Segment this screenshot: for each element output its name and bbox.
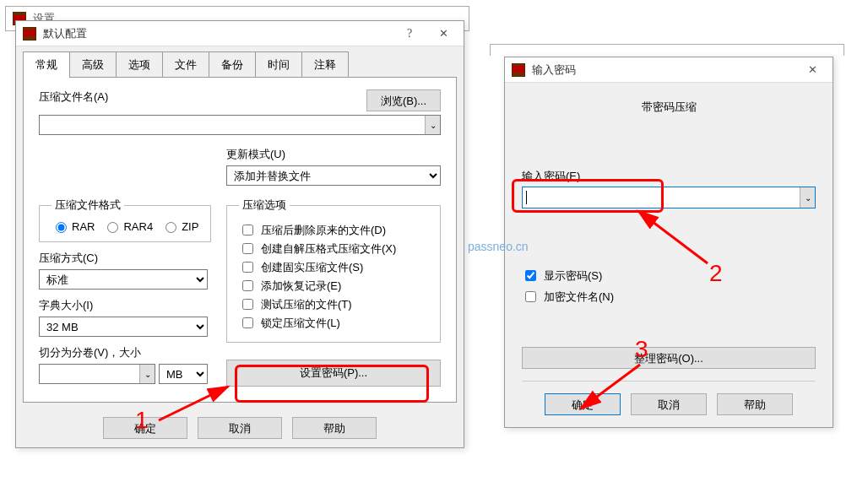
format-rar4-radio[interactable]: RAR4: [103, 219, 153, 233]
tab-content-general: 压缩文件名(A) 浏览(B)... ⌄ 更新模式(U) 添加并替换文件 压缩文件…: [23, 77, 457, 403]
divider: [522, 381, 816, 382]
tab-backup[interactable]: 备份: [209, 51, 256, 78]
close-icon[interactable]: ✕: [426, 22, 460, 46]
help-button[interactable]: 帮助: [292, 417, 377, 439]
format-zip-radio[interactable]: ZIP: [161, 219, 198, 233]
dialog-footer: 确定 取消 帮助: [16, 410, 464, 447]
split-volume-input[interactable]: [39, 364, 155, 384]
dialog-title: 输入密码: [532, 62, 795, 78]
ok-button[interactable]: 确定: [103, 417, 187, 439]
close-icon[interactable]: ✕: [795, 58, 829, 82]
show-password-checkbox[interactable]: 显示密码(S): [522, 268, 816, 284]
left-column: 压缩文件格式 RAR RAR4 ZIP 压缩方式(C) 标准 字典大小(I): [39, 198, 208, 387]
archive-format-legend: 压缩文件格式: [52, 198, 124, 213]
enter-password-label: 输入密码(E): [522, 169, 816, 184]
tab-options[interactable]: 选项: [116, 51, 163, 78]
set-password-button[interactable]: 设置密码(P)...: [226, 360, 441, 387]
encrypt-filenames-checkbox[interactable]: 加密文件名(N): [522, 289, 816, 305]
option-recovery-checkbox[interactable]: 添加恢复记录(E): [239, 278, 428, 294]
password-input[interactable]: ⌄: [522, 187, 816, 208]
compression-options-group: 压缩选项 压缩后删除原来的文件(D) 创建自解压格式压缩文件(X) 创建固实压缩…: [226, 198, 441, 343]
compression-options-legend: 压缩选项: [239, 198, 290, 213]
winrar-icon: [23, 27, 36, 41]
tab-general[interactable]: 常规: [23, 51, 70, 78]
enter-password-dialog: 输入密码 ✕ 带密码压缩 输入密码(E) ⌄ 显示密码(S) 加密文件名(N) …: [504, 57, 833, 428]
ok-button[interactable]: 确定: [545, 393, 621, 415]
browse-button[interactable]: 浏览(B)...: [366, 89, 441, 111]
archive-name-input[interactable]: [39, 115, 441, 135]
split-volume-label: 切分为分卷(V)，大小: [39, 345, 208, 360]
compression-method-label: 压缩方式(C): [39, 251, 208, 266]
background-window-strip: [490, 44, 844, 56]
right-column: 压缩选项 压缩后删除原来的文件(D) 创建自解压格式压缩文件(X) 创建固实压缩…: [226, 198, 441, 387]
archive-name-label: 压缩文件名(A): [39, 89, 366, 105]
archive-format-group: 压缩文件格式 RAR RAR4 ZIP: [39, 198, 211, 242]
password-dropdown-icon[interactable]: ⌄: [800, 187, 815, 208]
dialog-title: 默认配置: [43, 26, 393, 41]
help-button[interactable]: 帮助: [717, 393, 793, 415]
update-mode-label: 更新模式(U): [226, 147, 441, 162]
update-mode-select[interactable]: 添加并替换文件: [226, 165, 441, 186]
option-sfx-checkbox[interactable]: 创建自解压格式压缩文件(X): [239, 241, 428, 257]
winrar-icon: [512, 63, 525, 77]
tab-time[interactable]: 时间: [255, 51, 302, 78]
option-test-checkbox[interactable]: 测试压缩的文件(T): [239, 296, 428, 312]
enter-password-titlebar: 输入密码 ✕: [505, 57, 833, 83]
help-button-titlebar[interactable]: ?: [393, 22, 426, 46]
password-dialog-header: 带密码压缩: [522, 100, 816, 115]
split-volume-unit-select[interactable]: MB: [159, 364, 208, 384]
cancel-button[interactable]: 取消: [631, 393, 707, 415]
default-profile-dialog: 默认配置 ? ✕ 常规 高级 选项 文件 备份 时间 注释 压缩文件名(A) 浏…: [15, 20, 464, 448]
default-profile-titlebar: 默认配置 ? ✕: [16, 21, 464, 46]
tab-bar: 常规 高级 选项 文件 备份 时间 注释: [16, 46, 464, 78]
split-volume-dropdown-icon[interactable]: ⌄: [139, 365, 155, 383]
format-rar-radio[interactable]: RAR: [52, 219, 95, 233]
dictionary-size-select[interactable]: 32 MB: [39, 317, 208, 337]
option-lock-checkbox[interactable]: 锁定压缩文件(L): [239, 315, 428, 331]
tab-files[interactable]: 文件: [162, 51, 209, 78]
dictionary-size-label: 字典大小(I): [39, 298, 208, 313]
option-solid-checkbox[interactable]: 创建固实压缩文件(S): [239, 259, 428, 275]
cancel-button[interactable]: 取消: [198, 417, 282, 439]
caret: [526, 191, 527, 204]
organize-passwords-button[interactable]: 整理密码(O)...: [522, 347, 816, 369]
tab-comment[interactable]: 注释: [301, 51, 349, 78]
tab-advanced[interactable]: 高级: [69, 51, 117, 78]
option-delete-after-checkbox[interactable]: 压缩后删除原来的文件(D): [239, 222, 428, 238]
archive-name-dropdown-icon[interactable]: ⌄: [425, 116, 440, 134]
compression-method-select[interactable]: 标准: [39, 269, 208, 290]
